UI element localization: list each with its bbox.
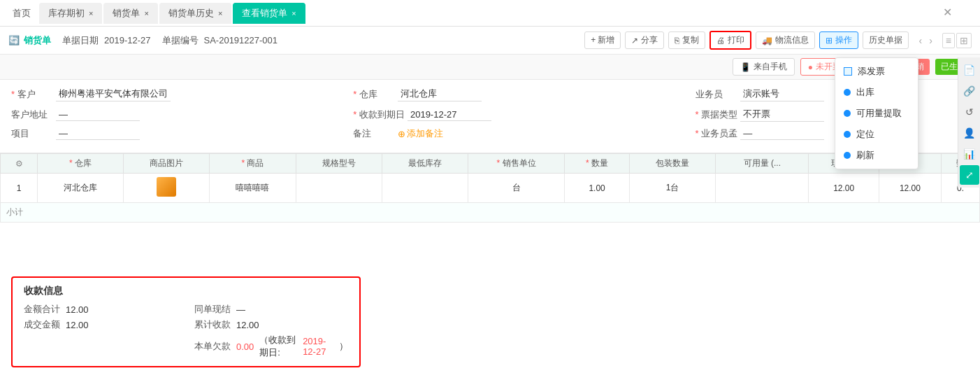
customer-field: 客户 柳州粤港平安气体有限公司 — [11, 87, 353, 101]
row-pack-qty: 1台 — [630, 174, 716, 203]
address-value[interactable]: — — [56, 108, 140, 121]
locate-icon — [844, 131, 851, 138]
prev-arrow[interactable]: ‹ — [916, 34, 925, 48]
sidebar-doc-icon[interactable]: 📄 — [960, 60, 979, 80]
plus-icon: ⊕ — [398, 129, 405, 139]
sidebar-expand-icon[interactable]: ⤢ — [960, 165, 979, 185]
row-qty: 1.00 — [565, 174, 630, 203]
col-available: 可用量 (... — [716, 154, 809, 174]
table-row: 1 河北仓库 嘻嘻嘻嘻 台 1.00 1台 12.00 12.00 — [1, 174, 980, 203]
copy-button[interactable]: ⎘ 复制 — [668, 31, 705, 49]
ship-label: 出库 — [856, 86, 874, 99]
print-button[interactable]: 🖨 打印 — [709, 31, 751, 50]
tab-close-view[interactable]: × — [291, 9, 296, 17]
tab-close-inventory[interactable]: × — [89, 9, 93, 17]
overdue-label: 本单欠款 — [194, 340, 231, 353]
tab-view-sales[interactable]: 查看销货单 × — [233, 3, 305, 24]
tab-sales-order[interactable]: 销货单 × — [103, 3, 157, 24]
table-area: ⚙ 仓库 商品图片 商品 规格型号 最低库存 销售单位 数量 包装数量 可用量 … — [0, 153, 980, 271]
ticket-field: 票据类型 不开票 — [696, 107, 969, 122]
new-button[interactable]: + 新增 — [584, 31, 621, 49]
address-field: 客户地址 — — [11, 108, 353, 121]
main-content: 🔄 销货单 单据日期 2019-12-27 单据编号 SA-20191227-0… — [0, 27, 980, 373]
payment-grid: 金额合计 12.00 同单现结 — 成交金额 12.00 累计收款 12.00 … — [24, 303, 348, 359]
project-label: 项目 — [11, 127, 53, 140]
warehouse-label: 仓库 — [353, 88, 395, 101]
next-arrow[interactable]: › — [926, 34, 935, 48]
doc-actions: + 新增 ↗ 分享 ⎘ 复制 🖨 打印 🚚 物流信息 — [584, 31, 972, 50]
col-pack-qty: 包装数量 — [630, 154, 716, 174]
address-label: 客户地址 — [11, 108, 53, 121]
ship-icon — [844, 89, 851, 96]
payment-info-box: 收款信息 金额合计 12.00 同单现结 — 成交金额 12.00 累计收款 1… — [11, 276, 361, 367]
dropdown-ship[interactable]: 出库 — [835, 82, 918, 103]
col-min-stock: 最低库存 — [382, 154, 468, 174]
row-available — [716, 174, 809, 203]
row-unit-price: 12.00 — [879, 174, 941, 203]
doc-title-area: 🔄 销货单 — [8, 34, 51, 47]
operation-button[interactable]: ⊞ 操作 — [819, 31, 858, 49]
dropdown-refresh[interactable]: 刷新 — [835, 145, 918, 166]
tab-close-history[interactable]: × — [218, 9, 222, 17]
from-phone-btn[interactable]: 📱 来自手机 — [733, 58, 795, 76]
right-sidebar: 📄 🔗 ↺ 👤 📊 ⤢ — [958, 57, 980, 188]
sidebar-link-icon[interactable]: 🔗 — [960, 81, 979, 101]
row-product[interactable]: 嘻嘻嘻嘻 — [210, 174, 296, 203]
staff-value[interactable]: 演示账号 — [740, 87, 824, 101]
available-label: 可用量提取 — [856, 107, 902, 120]
nav-arrows: ‹ › — [916, 34, 935, 48]
grid-view-btn[interactable]: ⊞ — [956, 33, 972, 48]
share-button[interactable]: ↗ 分享 — [625, 31, 664, 49]
col-spec: 规格型号 — [296, 154, 382, 174]
overdue-date: 2019-12-27 — [303, 336, 333, 357]
row-spec — [296, 174, 382, 203]
payment-title: 收款信息 — [24, 285, 348, 297]
dropdown-add-invoice[interactable]: 添发票 — [835, 61, 918, 82]
logistics-button[interactable]: 🚚 物流信息 — [756, 31, 815, 49]
truck-icon: 🚚 — [762, 36, 772, 45]
deal-label: 成交金额 — [24, 318, 60, 331]
list-view-btn[interactable]: ≡ — [942, 33, 955, 48]
data-table: ⚙ 仓库 商品图片 商品 规格型号 最低库存 销售单位 数量 包装数量 可用量 … — [0, 153, 980, 223]
ticket-value[interactable]: 不开票 — [740, 107, 824, 122]
invoice-icon — [844, 67, 852, 76]
close-btn[interactable]: ✕ — [943, 6, 952, 19]
overdue-end: ） — [339, 340, 348, 353]
dot-icon: ● — [808, 62, 813, 72]
history-button[interactable]: 历史单据 — [863, 31, 909, 49]
dropdown-locate[interactable]: 定位 — [835, 124, 918, 145]
payment-date-value[interactable]: 2019-12-27 — [408, 108, 491, 121]
refresh-icon — [844, 152, 851, 159]
col-warehouse: 仓库 — [38, 154, 124, 174]
doc-title-text: 销货单 — [24, 34, 51, 47]
tab-sales-history[interactable]: 销货单历史 × — [159, 3, 231, 24]
tab-inventory-init[interactable]: 库存期初 × — [39, 3, 102, 24]
operation-dropdown: 添发票 出库 可用量提取 定位 刷新 — [835, 57, 918, 169]
col-settings[interactable]: ⚙ — [1, 154, 38, 174]
doc-header: 🔄 销货单 单据日期 2019-12-27 单据编号 SA-20191227-0… — [0, 27, 980, 55]
toolbar-row: 📱 来自手机 ● 未开票 ✓ 已 已核销 已生效 — [0, 55, 980, 80]
warehouse-value[interactable]: 河北仓库 — [398, 87, 482, 101]
form-row-3: 项目 — 备注 ⊕ 添加备注 业务员孟 — — [11, 127, 969, 140]
refresh-label: 刷新 — [856, 149, 874, 162]
customer-value[interactable]: 柳州粤港平安气体有限公司 — [56, 87, 171, 101]
staff2-value[interactable]: — — [740, 127, 824, 140]
add-note-btn[interactable]: ⊕ 添加备注 — [398, 127, 443, 140]
total-amount: 金额合计 12.00 — [24, 303, 178, 316]
number-label: 单据编号 SA-20191227-001 — [162, 34, 278, 47]
locate-label: 定位 — [856, 128, 874, 141]
form-area: 客户 柳州粤港平安气体有限公司 仓库 河北仓库 业务员 演示账号 客户地址 — — [0, 80, 980, 153]
col-image: 商品图片 — [124, 154, 210, 174]
tab-close-sales[interactable]: × — [144, 9, 148, 17]
form-row-1: 客户 柳州粤港平安气体有限公司 仓库 河北仓库 业务员 演示账号 — [11, 87, 969, 101]
date-label: 单据日期 2019-12-27 — [62, 34, 151, 47]
table-body: 1 河北仓库 嘻嘻嘻嘻 台 1.00 1台 12.00 12.00 — [1, 174, 980, 223]
overdue-value: 0.00 — [236, 342, 254, 352]
sidebar-user-icon[interactable]: 👤 — [960, 123, 979, 143]
staff-label: 业务员 — [696, 88, 737, 101]
dropdown-available[interactable]: 可用量提取 — [835, 103, 918, 124]
project-value[interactable]: — — [56, 127, 140, 140]
sidebar-refresh-icon[interactable]: ↺ — [960, 102, 979, 122]
sidebar-chart-icon[interactable]: 📊 — [960, 144, 979, 164]
tab-home[interactable]: 首页 — [6, 7, 38, 20]
